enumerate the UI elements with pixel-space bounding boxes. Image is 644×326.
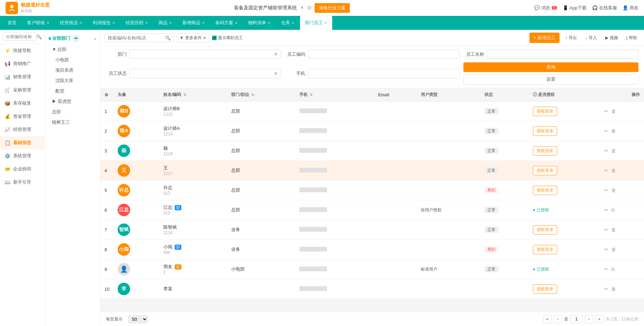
sort-icon-name[interactable]: ⇅ — [183, 93, 186, 97]
close-icon[interactable]: ✕ — [145, 21, 148, 25]
close-icon[interactable]: ✕ — [291, 21, 294, 25]
edit-icon[interactable]: ✏ — [604, 266, 608, 272]
dept-edit-icon[interactable]: ✏ — [72, 35, 80, 42]
sidebar-item-sales[interactable]: 📊 销售管理 — [0, 70, 45, 83]
dept-collapse-icon[interactable]: « — [94, 36, 97, 41]
nav-tab-department[interactable]: 部门员工 ✕ — [300, 16, 332, 30]
nav-tab-barcode[interactable]: 条码方案 ✕ — [210, 16, 243, 30]
empcode-input[interactable] — [308, 50, 460, 59]
delete-icon[interactable]: 🗑 — [611, 286, 616, 292]
close-icon[interactable]: ✕ — [324, 21, 327, 25]
edit-icon[interactable]: ✏ — [604, 187, 608, 193]
page-size-select[interactable]: 50 20 100 — [128, 315, 148, 323]
sidebar-item-operations[interactable]: 📈 经营管理 — [0, 123, 45, 136]
sidebar-item-purchase[interactable]: 🛒 采购管理 — [0, 83, 45, 97]
close-icon[interactable]: ✕ — [169, 21, 172, 25]
nav-tab-operations[interactable]: 经营情况 ✕ — [55, 16, 87, 30]
auth-btn[interactable]: 授权登录 — [533, 146, 557, 156]
copy-icon[interactable]: ⧉ — [611, 266, 615, 272]
delete-icon[interactable]: 🗑 — [611, 108, 616, 114]
dept-item-shuangxiang[interactable]: ▶ 双虎想 — [45, 96, 100, 107]
edit-icon[interactable]: ✏ — [604, 108, 608, 114]
prev-page-btn[interactable]: ‹ — [554, 315, 562, 323]
sidebar-item-basic-info[interactable]: 📋 基础信息 — [0, 136, 45, 149]
next-page-btn[interactable]: › — [585, 315, 593, 323]
sidebar-item-inventory[interactable]: 📦 库存核算 — [0, 97, 45, 110]
add-employee-btn[interactable]: + 新增员工 — [529, 33, 560, 43]
dept-item-distribution[interactable]: 配货 — [45, 86, 100, 96]
search-btn-icon[interactable]: 🔍 — [165, 35, 171, 41]
phone-input[interactable] — [308, 69, 460, 78]
nav-tab-profit[interactable]: 利润报告 ✕ — [88, 16, 120, 30]
dept-item-shenyang[interactable]: 沈阳大库 — [45, 76, 100, 86]
search-menu-input[interactable] — [3, 33, 36, 41]
close-icon[interactable]: ✕ — [267, 21, 271, 25]
auth-btn[interactable]: 授权登录 — [533, 166, 557, 175]
sidebar-item-guide[interactable]: 📖 新手引导 — [0, 176, 45, 189]
delete-icon[interactable]: 🗑 — [611, 227, 616, 232]
sidebar-item-enterprise[interactable]: 🤝 企业协同 — [0, 162, 45, 176]
dept-item-zongbu-parent[interactable]: ▼ 总部 — [45, 44, 100, 55]
sidebar-item-finance[interactable]: 💰 资金管理 — [0, 110, 45, 123]
nav-tab-new-goods[interactable]: 新增商品 ✕ — [178, 16, 210, 30]
delete-icon[interactable]: 🗑 — [611, 247, 616, 252]
auth-btn[interactable]: 授权登录 — [533, 284, 557, 294]
nav-tab-home[interactable]: 首页 — [3, 16, 21, 30]
show-offline-checkbox[interactable] — [212, 36, 217, 40]
dept-item-zongbu[interactable]: 总部 — [45, 107, 100, 117]
search-btn[interactable]: 查询 — [463, 62, 638, 72]
import-btn[interactable]: ↓ 导入 — [582, 34, 600, 42]
edit-icon[interactable]: ✏ — [604, 286, 608, 292]
online-service-btn[interactable]: 🎧 在线客服 — [592, 5, 617, 11]
more-filter-btn[interactable]: ▼ 更多条件 ∧ — [176, 33, 209, 43]
system-title-dropdown[interactable]: ▼ — [300, 5, 304, 10]
user-btn[interactable]: 👤 用友 — [623, 5, 638, 11]
auth-btn[interactable]: 授权登录 — [533, 186, 557, 195]
sidebar-item-marketing[interactable]: 📢 营销推广 — [0, 57, 45, 70]
dept-select[interactable]: ▼ — [129, 50, 281, 59]
auth-btn[interactable]: 授权登录 — [533, 225, 557, 235]
status-select[interactable]: ▼ — [129, 69, 281, 78]
close-icon[interactable]: ✕ — [202, 21, 205, 25]
message-btn[interactable]: 💬 消息 5 — [534, 5, 557, 11]
nav-tab-history[interactable]: 经营历程 ✕ — [121, 16, 153, 30]
delete-icon[interactable]: 🗑 — [611, 168, 616, 173]
gear-icon[interactable]: ⚙ — [105, 92, 108, 97]
search-input[interactable] — [108, 35, 164, 41]
experience-btn[interactable]: 体验行业方案 — [315, 3, 350, 13]
delete-icon[interactable]: 🗑 — [611, 187, 616, 193]
copy-icon[interactable]: ⧉ — [611, 207, 615, 213]
page-input[interactable] — [570, 315, 583, 323]
sidebar-item-system[interactable]: ⚙️ 系统管理 — [0, 149, 45, 162]
auth-btn[interactable]: 授权登录 — [533, 126, 557, 136]
show-offline-toggle[interactable]: 显示离职员工 — [212, 35, 243, 41]
auth-btn[interactable]: 授权登录 — [533, 107, 557, 116]
close-icon[interactable]: ✕ — [79, 21, 82, 25]
close-icon[interactable]: ✕ — [112, 21, 115, 25]
dept-item-project-room[interactable]: 项目库房 — [45, 65, 100, 76]
nav-tab-customer[interactable]: 客户联络 ✕ — [22, 16, 54, 30]
delete-icon[interactable]: 🗑 — [611, 148, 616, 153]
export-btn[interactable]: ↑ 导出 — [562, 34, 580, 42]
edit-icon[interactable]: ✏ — [604, 148, 608, 153]
reset-btn[interactable]: 设置 — [463, 74, 638, 85]
dept-item-xiaodiandept[interactable]: 小电部 — [45, 55, 100, 65]
close-icon[interactable]: ✕ — [235, 21, 238, 25]
edit-icon[interactable]: ✏ — [604, 207, 608, 213]
help-btn[interactable]: | 帮助 — [624, 34, 640, 42]
close-icon[interactable]: ✕ — [46, 21, 49, 25]
sort-icon-dept[interactable]: ⇅ — [251, 93, 254, 97]
auth-btn[interactable]: 授权登录 — [533, 245, 557, 254]
settings-icon[interactable]: ⚙ — [307, 5, 312, 11]
dept-item-zhishu[interactable]: 植树王三 — [45, 117, 100, 127]
last-page-btn[interactable]: » — [595, 315, 604, 323]
video-btn[interactable]: ▶ 视频 — [602, 34, 621, 42]
empname-input[interactable] — [487, 50, 638, 59]
first-page-btn[interactable]: « — [543, 315, 552, 323]
nav-tab-goods[interactable]: 商品 ✕ — [154, 16, 177, 30]
edit-icon[interactable]: ✏ — [604, 247, 608, 252]
edit-icon[interactable]: ✏ — [604, 168, 608, 173]
nav-tab-warehouse[interactable]: 仓库 ✕ — [276, 16, 299, 30]
edit-icon[interactable]: ✏ — [604, 128, 608, 134]
edit-icon[interactable]: ✏ — [604, 227, 608, 232]
